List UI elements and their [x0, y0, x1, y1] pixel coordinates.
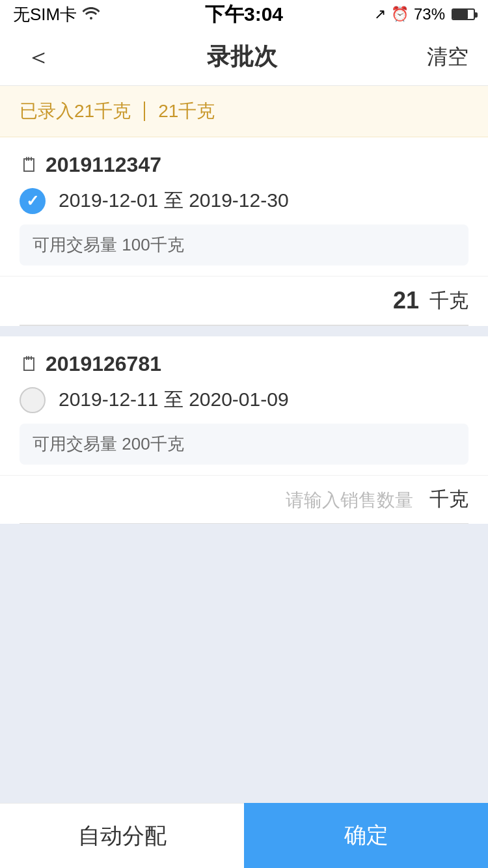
page-title: 录批次 [207, 41, 277, 73]
batch-avail-2: 可用交易量 200千克 [20, 424, 468, 465]
gray-area [0, 524, 488, 810]
card-separator [0, 326, 488, 336]
batch-date-row-2[interactable]: 2019-12-11 至 2020-01-09 [0, 381, 488, 418]
clear-button[interactable]: 清空 [427, 43, 468, 72]
batch-id-1: 2019112347 [46, 153, 161, 177]
batch-date-row-1[interactable]: 2019-12-01 至 2019-12-30 [0, 182, 488, 219]
back-button[interactable]: ＜ [20, 34, 57, 80]
batch-avail-1: 可用交易量 100千克 [20, 224, 468, 265]
batch-date-2: 2019-12-11 至 2020-01-09 [59, 387, 289, 413]
status-time: 下午3:04 [205, 1, 283, 28]
battery-label: 73% [414, 5, 445, 23]
entered-label: 已录入21千克 [20, 99, 131, 124]
status-right: ↗ ⏰ 73% [374, 5, 475, 23]
radio-checked-1[interactable] [20, 188, 46, 214]
amount-unit-1: 千克 [429, 288, 468, 314]
radio-unchecked-2[interactable] [20, 387, 46, 413]
status-left: 无SIM卡 [13, 3, 100, 26]
batch-header-1: 🗒 2019112347 [0, 137, 488, 182]
batch-id-icon-2: 🗒 [20, 353, 39, 375]
nav-bar: ＜ 录批次 清空 [0, 29, 488, 86]
batch-card-2: 🗒 2019126781 2019-12-11 至 2020-01-09 可用交… [0, 336, 488, 524]
amount-value-1: 21 [393, 287, 419, 314]
quantity-input-2[interactable] [20, 489, 429, 511]
wifi-icon [82, 5, 100, 25]
avail-label-2: 可用交易量 200千克 [33, 434, 184, 454]
batch-header-2: 🗒 2019126781 [0, 336, 488, 381]
auto-distribute-button[interactable]: 自动分配 [0, 803, 244, 868]
summary-divider [144, 102, 145, 121]
batch-id-2: 2019126781 [46, 352, 161, 376]
input-unit-2: 千克 [429, 486, 468, 513]
carrier-label: 无SIM卡 [13, 3, 77, 26]
bottom-bar: 自动分配 确定 [0, 803, 488, 868]
input-row-2: 千克 [0, 475, 488, 523]
summary-value: 21千克 [158, 99, 215, 124]
confirm-button[interactable]: 确定 [244, 803, 488, 868]
avail-label-1: 可用交易量 100千克 [33, 235, 184, 254]
status-bar: 无SIM卡 下午3:04 ↗ ⏰ 73% [0, 0, 488, 29]
alarm-icon: ⏰ [391, 6, 409, 23]
batch-id-icon-1: 🗒 [20, 154, 39, 176]
battery-icon [452, 8, 475, 20]
amount-row-1: 21 千克 [0, 276, 488, 325]
batch-date-1: 2019-12-01 至 2019-12-30 [59, 187, 289, 214]
summary-bar: 已录入21千克 21千克 [0, 86, 488, 137]
batch-card-1: 🗒 2019112347 2019-12-01 至 2019-12-30 可用交… [0, 137, 488, 326]
location-icon: ↗ [374, 6, 386, 23]
